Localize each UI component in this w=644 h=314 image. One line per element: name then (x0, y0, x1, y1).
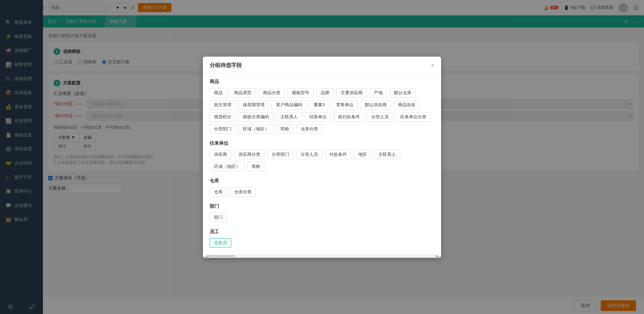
field-tags: 部门 (210, 213, 434, 222)
field-tag[interactable]: 往来单位分类 (396, 112, 431, 122)
section-title: 部门 (210, 203, 434, 209)
modal-overlay: 分组待选字段 × 商品商品商品类型商品分类规格型号品牌主要供应商产地默认仓库批次… (0, 0, 644, 314)
field-tag[interactable]: 仓库分类 (230, 187, 256, 197)
field-tag[interactable]: 分管部门 (267, 150, 293, 159)
scrollbar-thumb (208, 255, 235, 257)
field-tags: 业务员 (210, 238, 434, 248)
field-tag[interactable]: 规格型号 (287, 88, 314, 98)
scroll-right-icon[interactable]: ▶ (436, 253, 440, 259)
modal-close-button[interactable]: × (431, 62, 434, 68)
section-title: 商品 (210, 79, 434, 85)
modal-body: 商品商品商品类型商品分类规格型号品牌主要供应商产地默认仓库批次管理保质期管理客户… (203, 73, 441, 254)
field-tags: 供应商供应商分类分管部门分管人员付款条件地区主联系人区域（地区）简称 (210, 150, 434, 171)
field-section-员工: 员工业务员 (210, 229, 434, 248)
field-tag[interactable]: 品牌 (316, 88, 334, 98)
field-tag[interactable]: 简称 (276, 124, 293, 134)
field-tag[interactable]: 主联系人 (276, 112, 302, 122)
field-tag[interactable]: 地区 (354, 150, 371, 159)
field-tag[interactable]: 默认供应商 (361, 100, 391, 110)
field-tag[interactable]: 部门 (210, 213, 227, 222)
field-tags: 商品商品类型商品分类规格型号品牌主要供应商产地默认仓库批次管理保质期管理客户商品… (210, 88, 434, 134)
field-tag[interactable]: 分管人员 (367, 112, 393, 122)
field-tag[interactable]: 主联系人 (374, 150, 400, 159)
field-tag[interactable]: 默认仓库 (390, 88, 416, 98)
section-title: 仓库 (210, 178, 434, 184)
field-tag[interactable]: 区域（地区） (238, 124, 273, 134)
field-tag[interactable]: 收付款条件 (334, 112, 364, 122)
field-tag[interactable]: 供应商分类 (234, 150, 265, 159)
scroll-left-icon[interactable]: ◀ (204, 253, 208, 259)
field-section-商品: 商品商品商品类型商品分类规格型号品牌主要供应商产地默认仓库批次管理保质期管理客户… (210, 79, 434, 134)
field-tag[interactable]: 重量3 (309, 100, 329, 110)
field-tag[interactable]: 批次管理 (210, 100, 236, 110)
field-tag[interactable]: 拣货积分 (210, 112, 236, 122)
field-tag[interactable]: 供应商 (210, 150, 231, 159)
field-tag[interactable]: 税收分类编码 (238, 112, 273, 122)
modal-title: 分组待选字段 (210, 62, 242, 69)
field-tag[interactable]: 付款条件 (325, 150, 351, 159)
section-title: 往来单位 (210, 140, 434, 146)
field-tag[interactable]: 简称 (247, 162, 265, 171)
field-tags: 仓库仓库分类 (210, 187, 434, 197)
field-section-部门: 部门部门 (210, 203, 434, 222)
modal-dialog: 分组待选字段 × 商品商品商品类型商品分类规格型号品牌主要供应商产地默认仓库批次… (203, 57, 441, 258)
field-tag[interactable]: 商品分类 (259, 88, 285, 98)
modal-header: 分组待选字段 × (203, 57, 441, 73)
field-tag[interactable]: 区域（地区） (210, 162, 245, 171)
field-tag[interactable]: 客户商品编码 (272, 100, 307, 110)
field-tag[interactable]: 主要供应商 (336, 88, 367, 98)
field-section-往来单位: 往来单位供应商供应商分类分管部门分管人员付款条件地区主联系人区域（地区）简称 (210, 140, 434, 171)
field-section-仓库: 仓库仓库仓库分类 (210, 178, 434, 197)
field-tag[interactable]: 分管部门 (210, 124, 236, 134)
horizontal-scrollbar[interactable] (208, 255, 436, 257)
field-tag[interactable]: 分管人员 (296, 150, 322, 159)
field-tag[interactable]: 业务员 (210, 238, 231, 248)
field-tag[interactable]: 保质期管理 (238, 100, 269, 110)
section-title: 员工 (210, 229, 434, 235)
field-tag[interactable]: 结算单位 (305, 112, 331, 122)
field-tag[interactable]: 商品别名 (394, 100, 420, 110)
field-tag[interactable]: 零售单位 (332, 100, 358, 110)
field-tag[interactable]: 仓库分类 (296, 124, 322, 134)
field-tag[interactable]: 商品类型 (230, 88, 256, 98)
modal-scrollbar[interactable]: ◀ ▶ (203, 254, 441, 258)
field-tag[interactable]: 商品 (210, 88, 227, 98)
field-tag[interactable]: 产地 (370, 88, 387, 98)
field-tag[interactable]: 仓库 (210, 187, 227, 197)
